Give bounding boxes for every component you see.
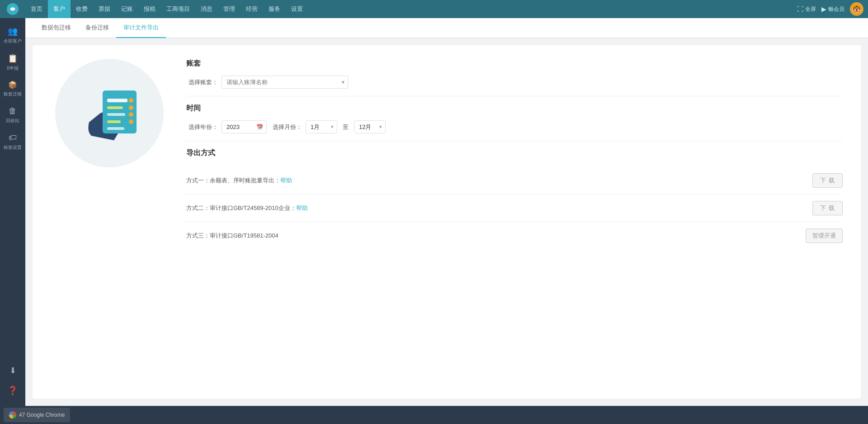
- account-label: 选择账套：: [186, 78, 218, 86]
- year-select-wrapper: 📅: [222, 120, 267, 133]
- sidebar-item-label: 0申报: [7, 65, 19, 71]
- svg-rect-4: [107, 113, 125, 116]
- month-end-select[interactable]: 1月2月3月 4月5月6月 7月8月9月 10月11月 12月: [354, 120, 386, 133]
- svg-point-7: [129, 98, 133, 103]
- main-layout: 👥 全部客户 📋 0申报 📦 账套迁移 🗑 回收站 🏷 标签设置 ⬇ ❓ 数据包…: [0, 18, 868, 406]
- export-section: 方式一：余额表、序时账批量导出：帮助 下 载 方式二：审计接口GB/T24589…: [186, 167, 843, 249]
- account-input[interactable]: [222, 76, 348, 89]
- sidebar-item-label: 账套迁移: [4, 91, 22, 97]
- method3-coming-soon-button[interactable]: 暂缓开通: [806, 229, 843, 243]
- sidebar-item-label: 标签设置: [4, 144, 22, 151]
- fullscreen-icon: ⛶: [797, 5, 803, 13]
- recycle-icon: 🗑: [9, 106, 17, 116]
- member-button[interactable]: ▶ 畅会员: [821, 5, 844, 13]
- illustration-circle: [55, 59, 164, 167]
- page-content: 账套 选择账套： ▾ 时间 选择年份：: [33, 45, 861, 399]
- sidebar-item-tag-settings[interactable]: 🏷 标签设置: [1, 129, 24, 154]
- document-illustration: [78, 77, 141, 149]
- method2-help-link[interactable]: 帮助: [296, 205, 308, 211]
- chrome-icon: [9, 411, 16, 419]
- sidebar-item-label: 回收站: [6, 118, 19, 124]
- member-label: 畅会员: [828, 5, 844, 13]
- svg-point-8: [129, 105, 133, 110]
- month-start-select[interactable]: 1月2月3月 4月5月6月 7月8月9月 10月11月12月: [306, 120, 337, 133]
- time-row: 选择年份： 📅 选择月份： 1月2月3月 4月5月6月 7月8月9月 10月11: [186, 120, 843, 133]
- zero-declare-icon: 📋: [8, 53, 18, 63]
- tab-bar: 数据包迁移 备份迁移 审计文件导出: [25, 18, 868, 38]
- sidebar-item-all-clients[interactable]: 👥 全部客户: [1, 23, 24, 48]
- tab-backup-migrate[interactable]: 备份迁移: [78, 18, 116, 38]
- divider-2: [186, 141, 843, 141]
- user-avatar[interactable]: 🐯: [850, 2, 863, 16]
- nav-service[interactable]: 服务: [263, 0, 286, 18]
- month-end-wrapper: 1月2月3月 4月5月6月 7月8月9月 10月11月 12月: [354, 120, 386, 133]
- nav-invoice[interactable]: 票据: [93, 0, 116, 18]
- nav-bookkeeping[interactable]: 记账: [116, 0, 138, 18]
- account-select-wrapper: ▾: [222, 76, 348, 89]
- taskbar: 47 Google Chrome: [0, 406, 868, 424]
- nav-message[interactable]: 消息: [195, 0, 218, 18]
- method1-download-button[interactable]: 下 载: [812, 173, 843, 188]
- method2-download-button[interactable]: 下 载: [812, 201, 843, 215]
- top-navigation: 首页 客户 收费 票据 记账 报税 工商项目 消息 管理 经营 服务 设置 ⛶ …: [0, 0, 868, 18]
- nav-business[interactable]: 工商项目: [161, 0, 195, 18]
- nav-home[interactable]: 首页: [25, 0, 48, 18]
- sidebar-help-icon[interactable]: ❓: [5, 382, 21, 399]
- export-method-2: 方式二：审计接口GB/T24589-2010企业：帮助 下 载: [186, 195, 843, 222]
- nav-billing[interactable]: 收费: [71, 0, 93, 18]
- method2-text: 方式二：审计接口GB/T24589-2010企业：帮助: [186, 204, 308, 212]
- fullscreen-label: 全屏: [805, 5, 816, 13]
- month-label: 选择月份：: [270, 123, 302, 131]
- sidebar-item-account-migrate[interactable]: 📦 账套迁移: [1, 77, 24, 101]
- divider-1: [186, 96, 843, 96]
- svg-rect-3: [107, 106, 123, 109]
- nav-settings[interactable]: 设置: [286, 0, 308, 18]
- svg-point-10: [129, 119, 133, 124]
- svg-rect-1: [103, 91, 137, 133]
- nav-manage[interactable]: 管理: [218, 0, 241, 18]
- year-label: 选择年份：: [186, 123, 218, 131]
- export-method-1: 方式一：余额表、序时账批量导出：帮助 下 载: [186, 167, 843, 195]
- all-clients-icon: 👥: [8, 26, 18, 36]
- sidebar: 👥 全部客户 📋 0申报 📦 账套迁移 🗑 回收站 🏷 标签设置 ⬇ ❓: [0, 18, 25, 406]
- svg-point-9: [129, 112, 133, 117]
- to-text: 至: [341, 123, 350, 131]
- sidebar-download-icon[interactable]: ⬇: [5, 362, 21, 379]
- app-logo: [5, 1, 21, 17]
- svg-rect-2: [107, 99, 127, 102]
- nav-tax[interactable]: 报税: [138, 0, 161, 18]
- taskbar-chrome-label: 47 Google Chrome: [19, 412, 65, 418]
- sidebar-item-label: 全部客户: [4, 38, 22, 44]
- form-container: 账套 选择账套： ▾ 时间 选择年份：: [51, 59, 843, 249]
- sidebar-bottom: ⬇ ❓: [5, 362, 21, 406]
- nav-business2[interactable]: 经营: [241, 0, 263, 18]
- account-section-title: 账套: [186, 59, 843, 68]
- year-input[interactable]: [222, 120, 267, 133]
- taskbar-chrome[interactable]: 47 Google Chrome: [4, 408, 70, 422]
- export-section-title: 导出方式: [186, 148, 843, 158]
- method1-text: 方式一：余额表、序时账批量导出：帮助: [186, 176, 292, 185]
- sidebar-item-zero-declare[interactable]: 📋 0申报: [1, 50, 24, 75]
- member-icon: ▶: [821, 5, 826, 13]
- time-section-title: 时间: [186, 104, 843, 113]
- tab-audit-export[interactable]: 审计文件导出: [116, 18, 166, 38]
- method3-text: 方式三：审计接口GB/T19581-2004: [186, 232, 278, 240]
- nav-client[interactable]: 客户: [48, 0, 71, 18]
- method1-help-link[interactable]: 帮助: [280, 177, 292, 184]
- nav-right-area: ⛶ 全屏 ▶ 畅会员 🐯: [797, 2, 863, 16]
- svg-rect-6: [107, 127, 124, 130]
- account-row: 选择账套： ▾: [186, 76, 843, 89]
- tag-icon: 🏷: [9, 133, 17, 143]
- month-start-wrapper: 1月2月3月 4月5月6月 7月8月9月 10月11月12月: [306, 120, 337, 133]
- illustration-area: [51, 59, 168, 167]
- form-area: 账套 选择账套： ▾ 时间 选择年份：: [186, 59, 843, 249]
- fullscreen-button[interactable]: ⛶ 全屏: [797, 5, 816, 13]
- sidebar-item-recycle[interactable]: 🗑 回收站: [1, 103, 24, 128]
- nav-menu: 首页 客户 收费 票据 记账 报税 工商项目 消息 管理 经营 服务 设置: [25, 0, 797, 18]
- svg-rect-5: [107, 120, 121, 123]
- account-migrate-icon: 📦: [8, 81, 17, 89]
- export-method-3: 方式三：审计接口GB/T19581-2004 暂缓开通: [186, 222, 843, 249]
- tab-data-migrate[interactable]: 数据包迁移: [34, 18, 78, 38]
- content-area: 数据包迁移 备份迁移 审计文件导出: [25, 18, 868, 406]
